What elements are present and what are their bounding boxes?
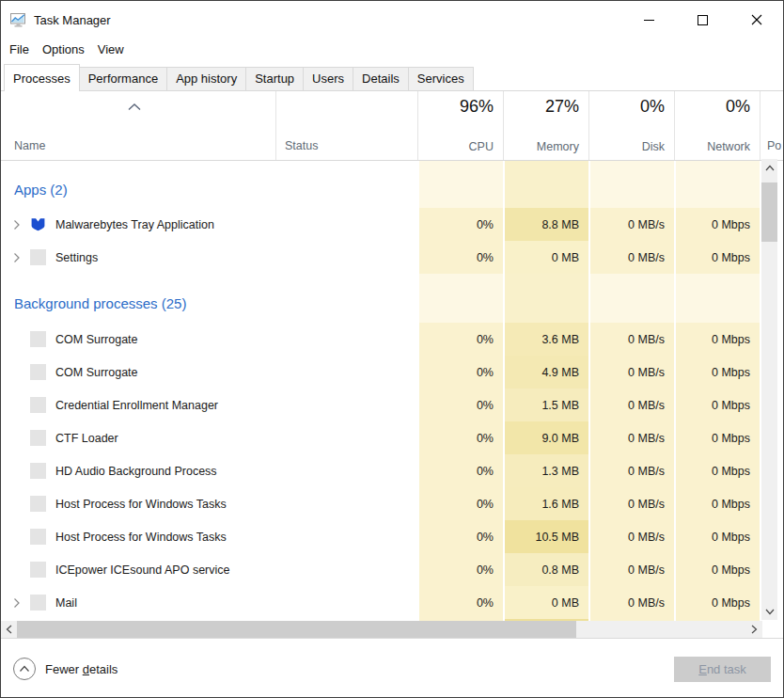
tab-startup[interactable]: Startup — [245, 67, 304, 90]
menu-bar: FileOptionsView — [1, 39, 783, 60]
process-name-cell: Host Process for Windows Tasks — [1, 520, 275, 553]
process-row[interactable]: Host Process for Windows Tasks0%10.5 MB0… — [1, 520, 783, 553]
process-name-cell: Credential Enrollment Manager — [1, 389, 275, 421]
process-row[interactable]: Credential Enrollment Manager0%1.5 MB0 M… — [1, 389, 783, 421]
network-value-cell: 0 Mbps — [674, 454, 760, 487]
column-total-cpu: 96% — [460, 97, 494, 117]
tab-app-history[interactable]: App history — [166, 67, 246, 90]
process-list: Apps (2)Malwarebytes Tray Application0%8… — [1, 161, 783, 621]
disk-value-cell: 0 MB/s — [588, 487, 674, 520]
task-manager-app-icon[interactable] — [10, 12, 26, 28]
network-value-cell: 0 Mbps — [674, 208, 760, 241]
process-name-cell: COM Surrogate — [1, 323, 275, 356]
process-row[interactable]: HD Audio Background Process0%1.3 MB0 MB/… — [1, 454, 783, 487]
status-cell — [275, 389, 417, 421]
process-row[interactable]: Settings0%0 MB0 MB/s0 Mbps — [1, 241, 783, 274]
section-header[interactable]: Background processes (25) — [1, 274, 783, 323]
expand-chevron-icon[interactable] — [13, 219, 23, 230]
network-value-cell: 0 Mbps — [674, 520, 760, 553]
process-name: Credential Enrollment Manager — [55, 399, 218, 412]
column-header-disk[interactable]: 0%Disk — [588, 91, 674, 160]
chevron-down-icon — [765, 609, 775, 615]
cpu-cell — [417, 161, 503, 208]
tab-services[interactable]: Services — [408, 67, 474, 90]
scroll-down-button[interactable] — [761, 603, 777, 620]
disk-value-cell: 0 MB/s — [588, 356, 674, 389]
disk-value-cell: 0 MB/s — [588, 241, 674, 274]
status-cell — [275, 586, 417, 619]
tab-users[interactable]: Users — [303, 67, 353, 90]
process-row[interactable]: COM Surrogate0%3.6 MB0 MB/s0 Mbps — [1, 323, 783, 356]
menu-item-options[interactable]: Options — [36, 42, 91, 56]
expand-chevron-icon[interactable] — [13, 252, 23, 263]
default-process-icon — [30, 397, 46, 413]
chevron-up-icon — [765, 165, 775, 171]
column-header-cpu[interactable]: 96%CPU — [417, 91, 503, 160]
column-header-memory[interactable]: 27%Memory — [503, 91, 588, 160]
memory-value-cell: 8.8 MB — [503, 208, 588, 241]
menu-item-file[interactable]: File — [3, 42, 36, 56]
tab-details[interactable]: Details — [353, 67, 409, 90]
network-value-cell: 0 Mbps — [674, 553, 760, 586]
network-value-cell: 0 Mbps — [674, 487, 760, 520]
process-name-cell: CTF Loader — [1, 421, 275, 454]
close-button[interactable] — [729, 1, 783, 39]
title-bar[interactable]: Task Manager — [1, 1, 783, 39]
disk-value-cell: 0 MB/s — [588, 323, 674, 356]
process-row[interactable]: COM Surrogate0%4.9 MB0 MB/s0 Mbps — [1, 356, 783, 389]
process-row[interactable]: Malwarebytes Tray Application0%8.8 MB0 M… — [1, 208, 783, 241]
status-cell — [275, 274, 417, 323]
scroll-up-button[interactable] — [761, 159, 777, 176]
default-process-icon — [30, 595, 46, 611]
fewer-details-label: Fewer details — [45, 662, 118, 676]
malwarebytes-icon — [30, 216, 46, 232]
network-cell — [674, 161, 760, 208]
status-cell — [275, 208, 417, 241]
chevron-up-icon — [19, 665, 30, 673]
section-label: Background processes (25) — [1, 286, 186, 311]
vertical-scrollbar[interactable] — [761, 159, 777, 620]
status-cell — [275, 241, 417, 274]
horizontal-scrollbar-thumb[interactable] — [17, 621, 576, 638]
task-manager-window: Task Manager FileOptionsView ProcessesPe… — [0, 0, 784, 698]
end-task-button[interactable]: End task — [674, 657, 771, 682]
scroll-left-button[interactable] — [1, 621, 17, 638]
column-header-power-usage[interactable]: Po — [760, 91, 783, 160]
horizontal-scrollbar[interactable] — [1, 621, 762, 638]
default-process-icon — [30, 562, 46, 578]
process-row[interactable]: Host Process for Windows Tasks0%1.6 MB0 … — [1, 487, 783, 520]
column-header-network[interactable]: 0%Network — [674, 91, 760, 160]
default-process-icon — [30, 331, 46, 347]
process-name: ICEpower ICEsound APO service — [55, 563, 230, 577]
tab-processes[interactable]: Processes — [4, 64, 80, 91]
process-name-cell: Malwarebytes Tray Application — [1, 208, 275, 241]
column-total-network: 0% — [726, 97, 750, 117]
disk-value-cell: 0 MB/s — [588, 553, 674, 586]
memory-value-cell: 0 MB — [503, 241, 588, 274]
process-row[interactable]: CTF Loader0%9.0 MB0 MB/s0 Mbps — [1, 421, 783, 454]
memory-value-cell: 10.5 MB — [503, 520, 588, 553]
tab-performance[interactable]: Performance — [79, 67, 167, 90]
cpu-value-cell: 0% — [417, 553, 503, 586]
process-row[interactable]: ICEpower ICEsound APO service0%0.8 MB0 M… — [1, 553, 783, 586]
minimize-button[interactable] — [622, 1, 676, 39]
process-row[interactable]: Mail0%0 MB0 MB/s0 Mbps — [1, 586, 783, 619]
section-header[interactable]: Apps (2) — [1, 161, 783, 208]
chevron-right-icon — [751, 625, 758, 634]
memory-value-cell: 0.8 MB — [503, 553, 588, 586]
maximize-button[interactable] — [676, 1, 729, 39]
disk-value-cell: 0 MB/s — [588, 586, 674, 619]
vertical-scrollbar-thumb[interactable] — [761, 182, 777, 242]
default-process-icon — [30, 430, 46, 446]
section-name-cell: Background processes (25) — [1, 274, 275, 323]
menu-item-view[interactable]: View — [91, 42, 131, 56]
status-cell — [275, 323, 417, 356]
column-header-status[interactable]: Status — [275, 91, 417, 160]
process-name-cell: Mail — [1, 586, 275, 619]
cpu-value-cell: 0% — [417, 454, 503, 487]
disk-value-cell: 0 MB/s — [588, 421, 674, 454]
fewer-details-toggle[interactable]: Fewer details — [13, 658, 118, 680]
scroll-right-button[interactable] — [746, 621, 762, 638]
column-header-name[interactable]: Name — [1, 91, 275, 160]
expand-chevron-icon[interactable] — [13, 597, 23, 609]
